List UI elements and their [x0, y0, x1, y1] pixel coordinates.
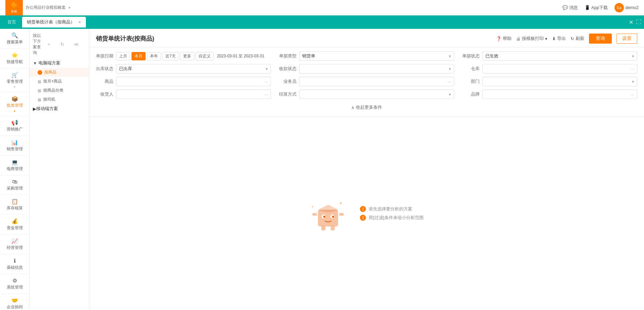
system-icon: ⚙: [12, 277, 17, 284]
filter-date: 单据日期 上月 本月 本年 近7天 更多 自定义 2023-03-01 至 20…: [96, 52, 271, 60]
svg-rect-5: [312, 213, 317, 216]
sidebar-item-inventory[interactable]: 📋 库存核算: [0, 195, 29, 215]
docstatus-chevron-icon: ▾: [632, 54, 634, 59]
sidebar-item-ecommerce[interactable]: 💻 电商管理: [0, 156, 29, 175]
consignee-input[interactable]: ···: [116, 90, 271, 99]
app-download-btn[interactable]: 📱 App下载: [585, 5, 608, 11]
empty-illustration: ✦ ✦: [310, 195, 346, 232]
date-label: 单据日期: [96, 53, 113, 59]
wholesale-arrow: ▴: [14, 109, 15, 112]
stats-tab-label: 销货单统计表（按商品）: [27, 19, 75, 25]
tab-stats[interactable]: 销货单统计表（按商品） ✕: [22, 17, 86, 28]
settle-select[interactable]: ▾: [299, 90, 454, 99]
svg-rect-8: [331, 226, 335, 230]
brand-input[interactable]: ···: [482, 90, 637, 99]
goods-input[interactable]: ···: [116, 77, 271, 86]
print-btn[interactable]: 🖨 按模板打印 ▾: [516, 36, 547, 42]
svg-rect-7: [321, 226, 325, 230]
tab-home[interactable]: 首页: [3, 17, 21, 28]
page-title: 销货单统计表(按商品): [96, 35, 154, 43]
scheme-item-goods-category[interactable]: ▦ 按商品分类: [30, 86, 89, 95]
scheme-item-driver[interactable]: ▦ 按司机: [30, 95, 89, 104]
user-menu[interactable]: Ea demo2: [614, 3, 639, 12]
main-layout: 🔍 搜索菜单 ⭐ 快捷导航 🛒 零售管理 ▾ 📦 批发管理 ▴ 📢 营销推广 📊…: [0, 29, 644, 310]
sidebar-item-marketing[interactable]: 📢 营销推广: [0, 116, 29, 136]
collab-icon: 🤝: [11, 297, 18, 304]
marketing-icon: 📢: [11, 119, 18, 126]
settle-label: 结算方式: [279, 91, 297, 97]
export-btn[interactable]: ⬇ 导出: [552, 36, 566, 42]
sidebar-item-finance[interactable]: 💰 资金管理: [0, 215, 29, 235]
sidebar-item-purchase[interactable]: 🛍 采购管理: [0, 175, 29, 195]
sidebar-item-sales[interactable]: 📊 销售管理: [0, 136, 29, 156]
collectstatus-label: 收款状态: [279, 66, 297, 72]
search-icon: 🔍: [11, 32, 18, 39]
svg-text:✦: ✦: [311, 205, 314, 209]
sidebar-item-basic[interactable]: ℹ 基础信息: [0, 254, 29, 274]
sidebar: 🔍 搜索菜单 ⭐ 快捷导航 🛒 零售管理 ▾ 📦 批发管理 ▴ 📢 营销推广 📊…: [0, 29, 30, 310]
tab-close-btn[interactable]: ✕: [78, 20, 81, 24]
sidebar-item-operations[interactable]: 📈 经营管理: [0, 235, 29, 254]
doctype-select[interactable]: 销货单 ▾: [299, 51, 454, 61]
download-icon: 📱: [585, 5, 590, 10]
sidebar-item-collab[interactable]: 🤝 企业协同: [0, 294, 29, 310]
tab-close-window-btn[interactable]: ✕: [629, 19, 633, 25]
top-bar-left: 🔶 标账 办公用品行业模拟账套 ▾: [5, 0, 70, 15]
scheme-item-month-goods[interactable]: ▦ 按月+商品: [30, 77, 89, 86]
date-btn-7days[interactable]: 近7天: [162, 52, 179, 60]
svg-point-3: [323, 216, 325, 218]
sidebar-item-system[interactable]: ⚙ 系统管理: [0, 274, 29, 294]
sidebar-item-wholesale[interactable]: 📦 批发管理 ▴: [0, 92, 29, 116]
date-btn-thismonth[interactable]: 本月: [131, 52, 146, 60]
dept-select[interactable]: ▾: [482, 77, 637, 86]
refresh-icon: ↻: [571, 36, 574, 41]
collectstatus-select[interactable]: ▾: [299, 64, 454, 73]
sidebar-item-search[interactable]: 🔍 搜索菜单: [0, 29, 29, 49]
warehouse-input[interactable]: ···: [482, 64, 637, 73]
dept-label: 部门: [462, 79, 480, 85]
doctype-label: 单据类型: [279, 53, 297, 59]
filter-consignee: 收货人 ···: [96, 90, 271, 99]
refresh-btn[interactable]: ↻ 刷新: [571, 36, 584, 42]
settle-chevron-icon: ▾: [449, 92, 451, 97]
sidebar-item-retail[interactable]: 🛒 零售管理 ▾: [0, 68, 29, 92]
docstatus-select[interactable]: 已生效 ▾: [482, 51, 637, 61]
retail-arrow: ▾: [14, 85, 15, 89]
ecommerce-icon: 💻: [11, 159, 18, 165]
collapse-scheme-btn[interactable]: ≪: [74, 42, 86, 47]
right-main: 销货单统计表(按商品) ❓ 帮助 🖨 按模板打印 ▾ ⬇ 导出: [89, 29, 644, 310]
sidebar-item-quicknav[interactable]: ⭐ 快捷导航: [0, 49, 29, 68]
date-btn-more[interactable]: 更多: [180, 52, 194, 60]
msg-btn[interactable]: 💬 消息: [562, 5, 578, 11]
consignee-dots-icon: ···: [264, 92, 268, 97]
date-btn-custom[interactable]: 自定义: [196, 52, 214, 60]
tab-bar-right: ✕ ⛶: [629, 19, 641, 25]
query-btn[interactable]: 查询: [589, 34, 612, 44]
collapse-icon: ∧: [351, 105, 355, 110]
scheme-group-desktop-title[interactable]: ▼ 电脑端方案: [30, 58, 89, 68]
date-btn-lastmonth[interactable]: 上月: [116, 52, 130, 60]
date-btn-thisyear[interactable]: 本年: [147, 52, 161, 60]
sub-item-icon-1: ▦: [38, 79, 41, 84]
scheme-item-by-goods[interactable]: 按商品: [30, 68, 89, 77]
page-header: 销货单统计表(按商品) ❓ 帮助 🖨 按模板打印 ▾ ⬇ 导出: [89, 29, 644, 47]
outstatus-chevron-icon: ▾: [266, 66, 268, 71]
tab-maximize-btn[interactable]: ⛶: [636, 19, 641, 25]
settings-btn[interactable]: 设置: [616, 34, 637, 44]
date-range-display: 2023-03-01 至 2023-03-31: [217, 53, 264, 59]
salesman-input[interactable]: ···: [299, 77, 454, 86]
mobile-group-arrow-icon: ▶: [33, 106, 36, 111]
filter-doctype: 单据类型 销货单 ▾: [279, 51, 454, 61]
svg-rect-6: [339, 213, 344, 216]
help-btn[interactable]: ❓ 帮助: [496, 36, 512, 42]
app-name-dropdown[interactable]: ▾: [68, 5, 70, 10]
collapse-filter-btn[interactable]: ∧ 收起更多条件: [96, 102, 637, 112]
scheme-group-mobile-title[interactable]: ▶ 移动端方案: [30, 104, 89, 113]
filter-docstatus: 单据状态 已生效 ▾: [462, 51, 637, 61]
content-area: 按以下方案查询 ＋ ↻ ≪ ▼ 电脑端方案 按商品 ▦ 按月+商品: [30, 29, 644, 310]
dept-chevron-icon: ▾: [632, 79, 634, 84]
outstatus-select[interactable]: 已出库 ▾: [116, 64, 271, 73]
app-subtitle: 办公用品行业模拟账套: [25, 5, 66, 10]
add-scheme-btn[interactable]: ＋: [47, 41, 58, 47]
refresh-scheme-btn[interactable]: ↻: [60, 42, 72, 47]
